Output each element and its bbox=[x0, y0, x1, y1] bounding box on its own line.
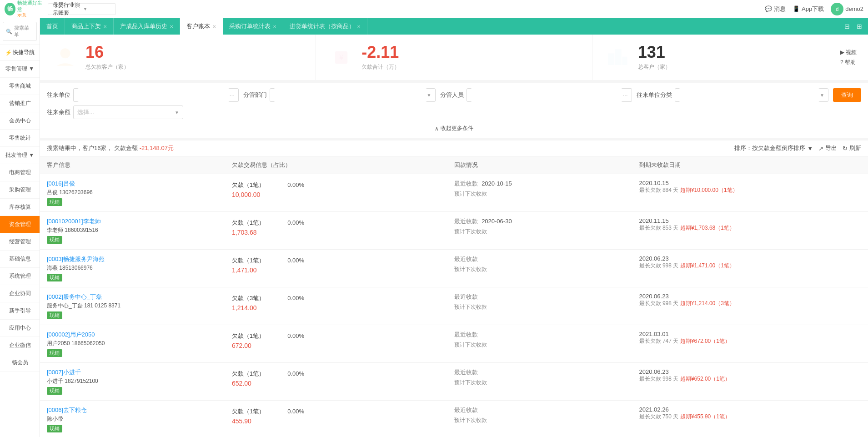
sidebar-nav: 零售管理 ▼ 零售商城 营销推广 会员中心 零售统计 批发管理 ▼ bbox=[0, 60, 40, 372]
sidebar-item-guide[interactable]: 新手引导 bbox=[0, 302, 40, 320]
sidebar-item-retail-mgmt[interactable]: 零售管理 ▼ bbox=[0, 60, 40, 78]
customer-name-1[interactable]: [0001020001]李老师 bbox=[47, 217, 232, 226]
person-input[interactable] bbox=[471, 88, 623, 102]
debt-cell-5: 欠款（1笔） 0.00% 652.00 bbox=[232, 368, 454, 387]
store-selector[interactable]: 母婴行业演示账套 ▼ bbox=[48, 3, 116, 15]
sidebar-item-app-center[interactable]: 应用中心 bbox=[0, 320, 40, 337]
sort-action[interactable]: 排序：按欠款金额倒序排序 ▼ bbox=[734, 144, 813, 152]
sidebar-item-label: 批发管理 bbox=[5, 152, 27, 158]
sidebar-item-wholesale[interactable]: 批发管理 ▼ bbox=[0, 147, 40, 164]
overdue-1[interactable]: 超期¥1,703.68（1笔） bbox=[680, 225, 735, 231]
person-input-wrapper: ··· bbox=[467, 88, 632, 102]
customer-cell-6: [0006]去下粮仓 陈小带 现销 bbox=[47, 406, 232, 432]
tab-finished-goods[interactable]: 产成品入库单历史 ✕ bbox=[114, 18, 180, 35]
customer-name-3[interactable]: [0002]服务中心_丁磊 bbox=[47, 293, 232, 301]
stat-card-total-customers: 131 总客户（家） ▶ 视频 ? 帮助 bbox=[592, 35, 868, 80]
sidebar-item-label: 基础信息 bbox=[9, 256, 31, 262]
sidebar-item-member[interactable]: 会员中心 bbox=[0, 112, 40, 130]
tab-customer-ledger[interactable]: 客户账本 ✕ bbox=[180, 18, 223, 35]
app-download-button[interactable]: 📱 App下载 bbox=[793, 5, 824, 13]
dept-input[interactable] bbox=[274, 88, 426, 102]
sidebar-item-marketing[interactable]: 营销推广 bbox=[0, 95, 40, 112]
close-tab-icon[interactable]: ✕ bbox=[273, 24, 276, 29]
sidebar-item-wechat[interactable]: 企业微信 bbox=[0, 337, 40, 354]
overdue-3[interactable]: 超期¥1,214.00（3笔） bbox=[680, 300, 735, 306]
data-table: 客户信息 欠款交易信息（占比） 回款情况 到期未收款日期 [0016]吕俊 吕俊… bbox=[40, 156, 868, 437]
svg-rect-3 bbox=[608, 53, 614, 65]
close-tab-icon[interactable]: ✕ bbox=[357, 24, 361, 29]
sidebar-item-retail-stats[interactable]: 零售统计 bbox=[0, 130, 40, 147]
sidebar-item-label: 营销推广 bbox=[9, 100, 31, 106]
sidebar-item-member2[interactable]: 畅会员 bbox=[0, 354, 40, 372]
close-tab-icon[interactable]: ✕ bbox=[212, 24, 216, 29]
customer-cell-4: [000002]用户2050 用户2050 18665062050 现销 bbox=[47, 331, 232, 357]
export-button[interactable]: ↗ 导出 bbox=[818, 144, 837, 152]
customer-name-6[interactable]: [0006]去下粮仓 bbox=[47, 406, 232, 414]
table-body: [0016]吕俊 吕俊 13026203696 现销 欠款（1笔） 0.00% … bbox=[40, 174, 868, 437]
filter-balance: 往来余额 选择... ▼ bbox=[47, 105, 183, 119]
filter-label-unit: 往来单位 bbox=[47, 91, 70, 99]
customer-tag-2: 现销 bbox=[47, 274, 62, 281]
filter-label-dept: 分管部门 bbox=[243, 91, 267, 99]
tab-purchase-order-stats[interactable]: 采购订单统计表 ✕ bbox=[223, 18, 283, 35]
help-button[interactable]: ? 帮助 bbox=[840, 59, 857, 66]
search-button[interactable]: 查询 bbox=[833, 88, 861, 102]
return-date-0: 2020-10-15 bbox=[482, 180, 512, 187]
overdue-2[interactable]: 超期¥1,471.00（1笔） bbox=[680, 262, 735, 269]
due-days-3: 最长欠款 998 天 超期¥1,214.00（3笔） bbox=[639, 300, 861, 307]
sidebar-search-button[interactable]: 🔍 搜索菜单 bbox=[3, 22, 37, 41]
refresh-button[interactable]: ↻ 刷新 bbox=[843, 144, 861, 152]
tab-expand-button[interactable]: ⊞ bbox=[854, 21, 864, 31]
tab-stock-stats[interactable]: 进货单统计表（按商品） ✕ bbox=[283, 18, 367, 35]
customer-phone-4: 用户2050 18665062050 bbox=[47, 340, 232, 347]
message-button[interactable]: 💬 消息 bbox=[765, 5, 786, 13]
customer-cell-5: [0007]小进千 小进千 18279152100 现销 bbox=[47, 368, 232, 395]
user-avatar-button[interactable]: d demo2 bbox=[831, 3, 863, 15]
balance-input-wrapper: 选择... ▼ bbox=[73, 105, 183, 119]
sidebar-item-finance[interactable]: 资金管理 bbox=[0, 216, 40, 233]
overdue-5[interactable]: 超期¥652.00（1笔） bbox=[680, 376, 730, 382]
sidebar-item-operations[interactable]: 经营管理 bbox=[0, 233, 40, 251]
stat-info-debt: 16 总欠款客户（家） bbox=[85, 44, 129, 71]
customer-name-5[interactable]: [0007]小进千 bbox=[47, 368, 232, 377]
sidebar-item-ecommerce[interactable]: 电商管理 bbox=[0, 164, 40, 181]
overdue-6[interactable]: 超期¥455.90（1笔） bbox=[680, 413, 730, 420]
customer-cell-3: [0002]服务中心_丁磊 服务中心_丁磊 181 0125 8371 现销 bbox=[47, 293, 232, 319]
svg-rect-5 bbox=[622, 56, 627, 65]
customer-name-4[interactable]: [000002]用户2050 bbox=[47, 331, 232, 339]
customer-tag-6: 现销 bbox=[47, 425, 62, 432]
customer-name-0[interactable]: [0016]吕俊 bbox=[47, 180, 232, 188]
return-next-6: 预计下次收款 bbox=[454, 417, 639, 424]
return-date-1: 2020-06-30 bbox=[482, 218, 512, 225]
tab-product-listing[interactable]: 商品上下架 ✕ bbox=[65, 18, 114, 35]
tab-minimize-button[interactable]: ⊟ bbox=[842, 21, 852, 31]
video-button[interactable]: ▶ 视频 bbox=[840, 49, 857, 56]
sidebar-item-label: 应用中心 bbox=[9, 325, 31, 331]
sidebar-item-inventory[interactable]: 库存核算 bbox=[0, 199, 40, 216]
customer-name-2[interactable]: [0003]畅捷服务尹海燕 bbox=[47, 255, 232, 263]
from-unit-input[interactable] bbox=[77, 88, 230, 102]
quick-nav-item[interactable]: ⚡ 快捷导航 bbox=[0, 45, 40, 60]
sidebar-item-retail-mall[interactable]: 零售商城 bbox=[0, 78, 40, 95]
filter-area: 往来单位 ··· 分管部门 ▼ bbox=[40, 83, 868, 138]
from-unit-input-wrapper: ··· bbox=[73, 88, 239, 102]
unit-class-input[interactable] bbox=[679, 88, 820, 102]
due-cell-5: 2020.06.23 最长欠款 998 天 超期¥652.00（1笔） bbox=[639, 368, 861, 383]
close-tab-icon[interactable]: ✕ bbox=[170, 24, 173, 29]
customer-cell-2: [0003]畅捷服务尹海燕 海燕 18513066976 现销 bbox=[47, 255, 232, 281]
customer-phone-3: 服务中心_丁磊 181 0125 8371 bbox=[47, 302, 232, 310]
sidebar-item-system[interactable]: 系统管理 bbox=[0, 268, 40, 285]
sidebar-item-basic-info[interactable]: 基础信息 bbox=[0, 251, 40, 268]
filter-from-unit: 往来单位 ··· bbox=[47, 88, 239, 102]
overdue-0[interactable]: 超期¥10,000.00（1笔） bbox=[680, 187, 738, 193]
help-icon: ? bbox=[840, 59, 843, 65]
collapse-filter-button[interactable]: ∧ 收起更多条件 bbox=[47, 123, 861, 132]
tab-home[interactable]: 首页 bbox=[40, 18, 65, 35]
sidebar-item-enterprise[interactable]: 企业协同 bbox=[0, 285, 40, 302]
sidebar-item-purchase[interactable]: 采购管理 bbox=[0, 181, 40, 199]
overdue-4[interactable]: 超期¥672.00（1笔） bbox=[680, 338, 730, 344]
debt-percent-4: 0.00% bbox=[287, 332, 304, 339]
return-label-1: 最近收款 bbox=[454, 218, 478, 225]
due-cell-4: 2021.03.01 最长欠款 747 天 超期¥672.00（1笔） bbox=[639, 331, 861, 345]
close-tab-icon[interactable]: ✕ bbox=[103, 24, 107, 29]
